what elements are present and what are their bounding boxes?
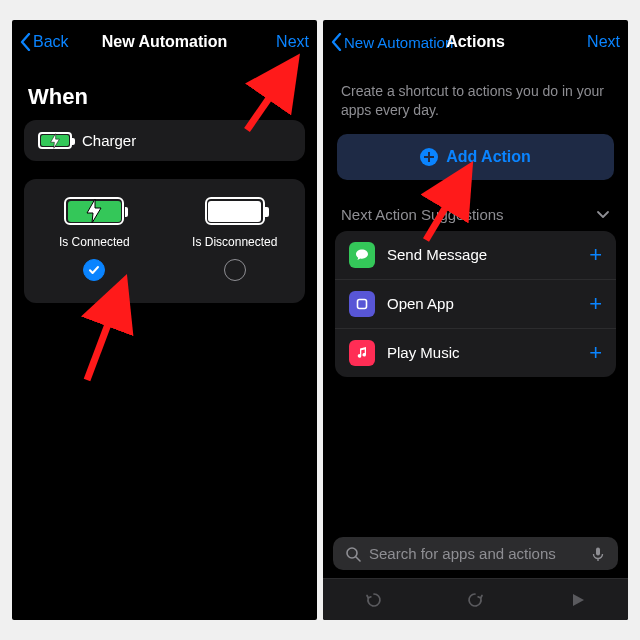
battery-charging-icon (38, 132, 72, 149)
navbar: Back New Automation Next (12, 20, 317, 64)
add-action-label: Add Action (446, 148, 531, 166)
play-icon[interactable] (567, 590, 587, 610)
undo-icon[interactable] (364, 590, 384, 610)
navbar: New Automation Actions Next (323, 20, 628, 64)
chevron-down-icon (596, 207, 610, 221)
options-card: Is Connected Is Disconnected (24, 179, 305, 303)
messages-icon (349, 242, 375, 268)
svg-line-4 (356, 557, 360, 561)
open-app-icon (349, 291, 375, 317)
list-item[interactable]: Send Message + (335, 231, 616, 279)
add-icon[interactable]: + (589, 244, 602, 266)
list-item-label: Play Music (387, 344, 577, 361)
battery-charging-icon (64, 197, 124, 225)
microphone-icon[interactable] (590, 546, 606, 562)
trigger-label: Charger (82, 132, 136, 149)
search-bar[interactable] (333, 537, 618, 570)
chevron-left-icon (20, 33, 31, 51)
check-icon (88, 264, 100, 276)
music-icon (349, 340, 375, 366)
plus-circle-icon (420, 148, 438, 166)
add-icon[interactable]: + (589, 342, 602, 364)
battery-full-icon (205, 197, 265, 225)
screen-right: New Automation Actions Next Create a sho… (323, 20, 628, 620)
list-item-label: Send Message (387, 246, 577, 263)
add-action-button[interactable]: Add Action (337, 134, 614, 180)
trigger-row[interactable]: Charger (24, 120, 305, 161)
option-connected[interactable]: Is Connected (24, 197, 165, 281)
svg-rect-5 (596, 547, 600, 555)
suggestions-header[interactable]: Next Action Suggestions (323, 180, 628, 231)
back-label: New Automation (344, 34, 453, 51)
option-connected-label: Is Connected (59, 235, 130, 249)
list-item-label: Open App (387, 295, 577, 312)
next-button[interactable]: Next (587, 33, 620, 51)
description-text: Create a shortcut to actions you do in y… (323, 64, 628, 134)
add-icon[interactable]: + (589, 293, 602, 315)
list-item[interactable]: Play Music + (335, 328, 616, 377)
chevron-left-icon (331, 33, 342, 51)
back-label: Back (33, 33, 69, 51)
option-disconnected-label: Is Disconnected (192, 235, 277, 249)
screen-left: Back New Automation Next When Charger (12, 20, 317, 620)
next-button[interactable]: Next (276, 33, 309, 51)
suggestions-header-label: Next Action Suggestions (341, 206, 504, 223)
toolbar (323, 578, 628, 620)
back-button[interactable]: New Automation (331, 33, 453, 51)
when-heading: When (12, 64, 317, 120)
radio-disconnected[interactable] (224, 259, 246, 281)
search-icon (345, 546, 361, 562)
radio-connected[interactable] (83, 259, 105, 281)
svg-rect-2 (358, 299, 367, 308)
back-button[interactable]: Back (20, 33, 69, 51)
suggestions-list: Send Message + Open App + Play Music + (335, 231, 616, 377)
redo-icon[interactable] (465, 590, 485, 610)
list-item[interactable]: Open App + (335, 279, 616, 328)
option-disconnected[interactable]: Is Disconnected (165, 197, 306, 281)
search-input[interactable] (369, 545, 582, 562)
